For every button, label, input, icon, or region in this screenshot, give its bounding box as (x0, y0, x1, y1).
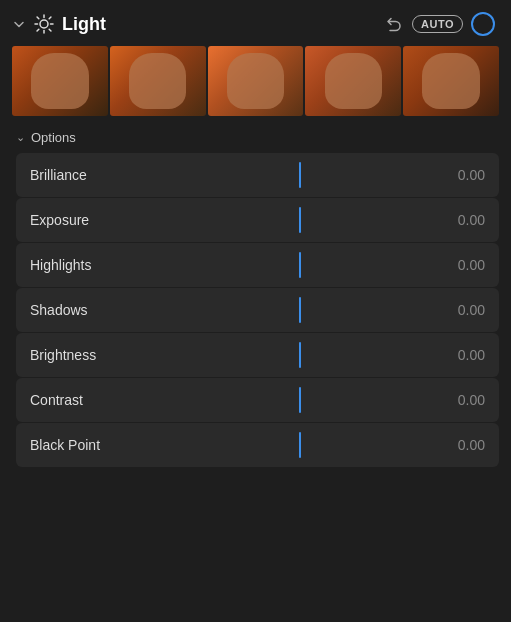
slider-indicator (299, 432, 301, 458)
slider-label: Brightness (30, 347, 160, 363)
thumbnail-item[interactable] (12, 46, 108, 116)
thumbnail-item[interactable] (110, 46, 206, 116)
slider-indicator (299, 252, 301, 278)
slider-row[interactable]: Contrast0.00 (16, 378, 499, 422)
svg-point-0 (40, 20, 48, 28)
slider-indicator (299, 342, 301, 368)
slider-label: Highlights (30, 257, 160, 273)
slider-label: Brilliance (30, 167, 160, 183)
section-title: Light (62, 14, 376, 35)
section-header: Light AUTO (0, 0, 511, 46)
sliders-list: Brilliance0.00Exposure0.00Highlights0.00… (16, 153, 499, 467)
slider-value: 0.00 (440, 212, 485, 228)
slider-track[interactable] (160, 333, 440, 377)
slider-row[interactable]: Brightness0.00 (16, 333, 499, 377)
slider-value: 0.00 (440, 302, 485, 318)
slider-indicator (299, 387, 301, 413)
options-label: Options (31, 130, 76, 145)
thumbnail-item[interactable] (403, 46, 499, 116)
slider-label: Contrast (30, 392, 160, 408)
svg-line-6 (49, 29, 51, 31)
sun-icon (34, 14, 54, 34)
mode-toggle-button[interactable] (471, 12, 495, 36)
slider-value: 0.00 (440, 437, 485, 453)
slider-value: 0.00 (440, 167, 485, 183)
slider-row[interactable]: Black Point0.00 (16, 423, 499, 467)
slider-indicator (299, 162, 301, 188)
slider-label: Shadows (30, 302, 160, 318)
slider-row[interactable]: Highlights0.00 (16, 243, 499, 287)
slider-indicator (299, 297, 301, 323)
svg-line-8 (37, 29, 39, 31)
slider-row[interactable]: Shadows0.00 (16, 288, 499, 332)
undo-button[interactable] (384, 14, 404, 34)
thumbnail-item[interactable] (208, 46, 304, 116)
thumbnail-item[interactable] (305, 46, 401, 116)
slider-label: Exposure (30, 212, 160, 228)
slider-value: 0.00 (440, 347, 485, 363)
slider-row[interactable]: Exposure0.00 (16, 198, 499, 242)
slider-track[interactable] (160, 198, 440, 242)
options-section: ⌄ Options Brilliance0.00Exposure0.00High… (0, 126, 511, 475)
svg-line-5 (37, 17, 39, 19)
slider-row[interactable]: Brilliance0.00 (16, 153, 499, 197)
slider-track[interactable] (160, 423, 440, 467)
slider-track[interactable] (160, 153, 440, 197)
slider-track[interactable] (160, 243, 440, 287)
options-chevron: ⌄ (16, 131, 25, 144)
slider-value: 0.00 (440, 392, 485, 408)
slider-indicator (299, 207, 301, 233)
auto-button[interactable]: AUTO (412, 15, 463, 33)
options-header[interactable]: ⌄ Options (16, 130, 499, 145)
slider-label: Black Point (30, 437, 160, 453)
collapse-chevron[interactable] (12, 17, 26, 31)
slider-track[interactable] (160, 288, 440, 332)
slider-value: 0.00 (440, 257, 485, 273)
header-controls: AUTO (384, 12, 495, 36)
slider-track[interactable] (160, 378, 440, 422)
svg-line-7 (49, 17, 51, 19)
thumbnails-strip (0, 46, 511, 126)
